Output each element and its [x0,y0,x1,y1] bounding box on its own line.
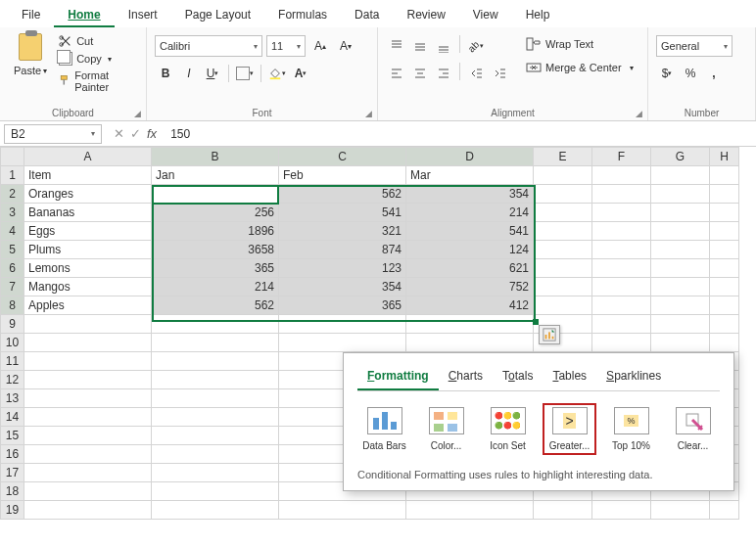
cell[interactable] [651,278,710,296]
menu-formulas[interactable]: Formulas [264,4,341,27]
cell[interactable] [710,204,739,222]
row-header[interactable]: 7 [1,278,24,296]
cell[interactable] [651,259,710,278]
cell[interactable] [406,501,534,520]
row-header[interactable]: 1 [1,166,24,185]
fill-color-button[interactable]: ▾ [266,63,288,84]
align-left-button[interactable] [386,63,407,84]
cell[interactable]: Apples [24,296,152,315]
font-size-combo[interactable]: 11▾ [266,35,306,57]
qa-option-top-10[interactable]: % Top 10% [604,403,658,455]
qa-option-clear[interactable]: Clear... [666,403,720,455]
cell[interactable] [710,278,739,296]
qa-tab-charts[interactable]: Charts [439,363,493,390]
cell[interactable] [592,315,651,334]
cell[interactable]: 365 [279,296,406,315]
align-top-button[interactable] [386,35,407,57]
cell[interactable] [279,315,406,334]
cell[interactable] [710,501,739,520]
row-header[interactable]: 3 [1,204,24,222]
cell[interactable]: Item [24,166,152,185]
cell[interactable] [24,315,152,334]
cell[interactable]: 874 [279,241,406,259]
cell[interactable]: 562 [279,185,406,204]
cell[interactable]: 562 [152,296,279,315]
cell[interactable]: 214 [406,204,534,222]
cell[interactable] [152,464,279,482]
cell[interactable] [152,315,279,334]
cell[interactable]: 752 [406,278,534,296]
menu-help[interactable]: Help [512,4,564,27]
cell[interactable] [534,185,592,204]
align-right-button[interactable] [433,63,454,84]
cell[interactable] [592,204,651,222]
row-header[interactable]: 11 [1,352,24,371]
row-header[interactable]: 8 [1,296,24,315]
select-all-corner[interactable] [1,148,24,166]
menu-page-layout[interactable]: Page Layout [171,4,264,27]
fx-button[interactable]: fx [147,126,157,141]
cell[interactable] [592,334,651,352]
font-color-button[interactable]: A▾ [290,63,311,84]
cell[interactable]: 412 [406,296,534,315]
cell[interactable] [534,278,592,296]
row-header[interactable]: 16 [1,445,24,464]
cell[interactable]: 365 [152,259,279,278]
cell[interactable] [592,501,651,520]
bold-button[interactable]: B [155,63,176,84]
menu-review[interactable]: Review [393,4,458,27]
qa-option-greater-than[interactable]: > Greater... [543,403,596,455]
align-bottom-button[interactable] [433,35,454,57]
menu-view[interactable]: View [459,4,512,27]
qa-tab-tables[interactable]: Tables [543,363,596,390]
cell[interactable] [406,315,534,334]
row-header[interactable]: 6 [1,259,24,278]
cell[interactable]: Oranges [24,185,152,204]
name-box[interactable]: B2▾ [4,124,102,144]
worksheet[interactable]: A B C D E F G H 1 Item Jan Feb Mar 2 Ora… [0,147,756,547]
cell[interactable] [710,296,739,315]
cell[interactable] [24,482,152,501]
cell[interactable] [651,315,710,334]
row-header[interactable]: 17 [1,464,24,482]
cell[interactable] [24,501,152,520]
cell[interactable] [152,408,279,427]
decrease-font-button[interactable]: A▾ [335,35,356,57]
qa-tab-sparklines[interactable]: Sparklines [596,363,671,390]
cell[interactable] [534,259,592,278]
cell[interactable]: 124 [406,241,534,259]
qa-tab-formatting[interactable]: FFormattingormatting [357,363,439,390]
cell[interactable] [592,259,651,278]
col-header-e[interactable]: E [534,148,592,166]
cell[interactable] [152,334,279,352]
col-header-a[interactable]: A [24,148,152,166]
wrap-text-button[interactable]: Wrap Text [520,35,639,53]
cell[interactable] [651,222,710,241]
cell[interactable] [710,315,739,334]
row-header[interactable]: 15 [1,427,24,445]
increase-indent-button[interactable] [489,63,510,84]
italic-button[interactable]: I [178,63,200,84]
cell[interactable] [279,501,406,520]
align-middle-button[interactable] [409,35,431,57]
copy-button[interactable]: Copy▾ [57,51,138,67]
alignment-launcher[interactable]: ◢ [634,109,643,118]
cell[interactable]: Lemons [24,259,152,278]
cell[interactable] [152,389,279,408]
cell[interactable] [534,204,592,222]
row-header[interactable]: 13 [1,389,24,408]
cell[interactable]: Mar [406,166,534,185]
cell[interactable]: Bananas [24,204,152,222]
row-header[interactable]: 19 [1,501,24,520]
cell[interactable] [592,185,651,204]
cell[interactable] [592,166,651,185]
row-header[interactable]: 4 [1,222,24,241]
menu-data[interactable]: Data [341,4,393,27]
cell[interactable] [592,296,651,315]
row-header[interactable]: 14 [1,408,24,427]
cell[interactable] [534,222,592,241]
cell[interactable] [592,241,651,259]
row-header[interactable]: 12 [1,371,24,389]
col-header-b[interactable]: B [152,148,279,166]
decrease-indent-button[interactable] [465,63,487,84]
